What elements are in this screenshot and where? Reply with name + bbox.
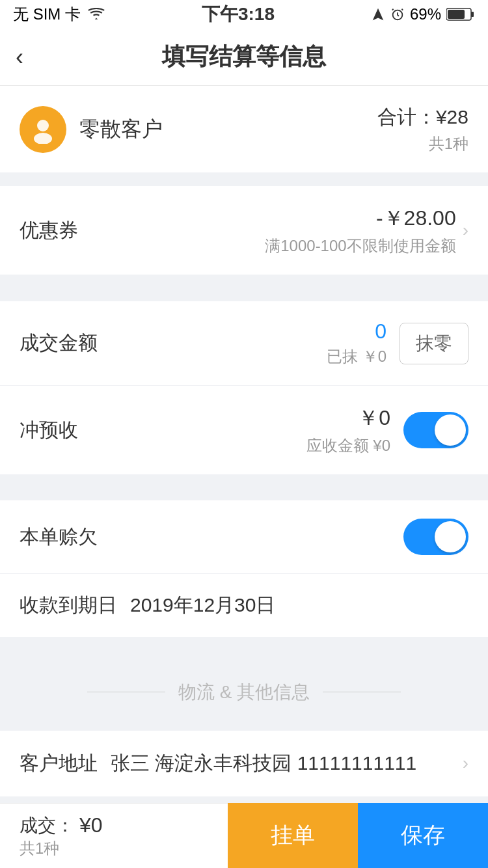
chevron-right-icon: › — [463, 220, 468, 241]
transaction-sub: 已抹 ￥0 — [327, 346, 386, 367]
coupon-label: 优惠券 — [20, 217, 78, 244]
coupon-amount-wrapper: -￥28.00 满1000-100不限制使用金额 — [265, 204, 455, 256]
customer-row: 零散客户 合计：¥28 共1种 — [0, 86, 488, 173]
logistics-label: 物流 & 其他信息 — [87, 680, 401, 705]
location-icon — [371, 7, 385, 21]
footer-count: 共1种 — [20, 838, 208, 859]
footer-amount: ¥0 — [79, 813, 103, 837]
address-label: 客户地址 — [20, 750, 98, 777]
coupon-discount: -￥28.00 — [265, 204, 455, 233]
prepay-row: 冲预收 ￥0 应收金额 ¥0 — [0, 386, 488, 474]
status-right: 69% — [371, 5, 475, 23]
round-button[interactable]: 抹零 — [400, 323, 468, 364]
address-chevron-icon: › — [463, 753, 468, 774]
prepay-amount: ￥0 — [306, 404, 390, 433]
divider-2 — [0, 487, 488, 500]
signal-text: 无 SIM 卡 — [13, 4, 81, 25]
prepay-sub: 应收金额 ¥0 — [306, 435, 390, 456]
customer-total: 合计：¥28 共1种 — [377, 104, 468, 154]
transaction-row: 成交金额 0 已抹 ￥0 抹零 — [0, 301, 488, 386]
prepay-toggle[interactable] — [403, 412, 468, 448]
customer-avatar — [20, 106, 66, 153]
debt-row: 本单赊欠 — [0, 500, 488, 574]
transaction-amount-wrapper: 0 已抹 ￥0 — [327, 319, 386, 367]
divider-1 — [0, 288, 488, 301]
debt-section: 本单赊欠 收款到期日 2019年12月30日 — [0, 500, 488, 637]
prepay-amount-wrapper: ￥0 应收金额 ¥0 — [306, 404, 390, 456]
svg-point-5 — [34, 133, 52, 144]
status-left: 无 SIM 卡 — [13, 4, 105, 25]
footer-label: 成交： — [20, 813, 74, 838]
divider-4 — [0, 718, 488, 731]
due-date-row[interactable]: 收款到期日 2019年12月30日 — [0, 574, 488, 637]
debt-label: 本单赊欠 — [20, 524, 98, 550]
battery-icon — [446, 7, 475, 21]
page-title: 填写结算等信息 — [162, 41, 326, 73]
total-count: 共1种 — [377, 133, 468, 154]
footer-summary: 成交： ¥0 共1种 — [0, 803, 228, 868]
svg-rect-3 — [448, 10, 465, 19]
address-value: 张三 海淀永丰科技园 11111111111 — [111, 750, 463, 777]
prepay-label: 冲预收 — [20, 417, 78, 444]
customer-left: 零散客户 — [20, 106, 163, 153]
save-button[interactable]: 保存 — [358, 803, 488, 868]
nav-bar: ‹ 填写结算等信息 — [0, 29, 488, 86]
transaction-right: 0 已抹 ￥0 抹零 — [327, 319, 468, 367]
debt-toggle[interactable] — [403, 519, 468, 555]
avatar-icon — [29, 115, 57, 144]
customer-name: 零散客户 — [79, 115, 163, 144]
status-bar: 无 SIM 卡 下午3:18 69% — [0, 0, 488, 29]
wifi-icon — [87, 8, 105, 21]
transaction-section: 成交金额 0 已抹 ￥0 抹零 冲预收 ￥0 应收金额 ¥0 — [0, 301, 488, 474]
toggle-circle — [435, 414, 466, 446]
customer-section: 零散客户 合计：¥28 共1种 — [0, 86, 488, 173]
coupon-right: -￥28.00 满1000-100不限制使用金额 › — [265, 204, 468, 256]
due-date-label: 收款到期日 — [20, 592, 117, 619]
coupon-section: 优惠券 -￥28.00 满1000-100不限制使用金额 › — [0, 186, 488, 275]
logistics-section: 物流 & 其他信息 — [0, 663, 488, 718]
footer-summary-top: 成交： ¥0 — [20, 813, 208, 838]
footer: 成交： ¥0 共1种 挂单 保存 — [0, 803, 488, 868]
debt-toggle-circle — [435, 521, 466, 552]
total-amount: 合计：¥28 — [377, 104, 468, 131]
prepay-right: ￥0 应收金额 ¥0 — [306, 404, 468, 456]
svg-point-4 — [37, 120, 49, 131]
pending-button[interactable]: 挂单 — [228, 803, 358, 868]
due-date-value: 2019年12月30日 — [130, 592, 275, 619]
coupon-row[interactable]: 优惠券 -￥28.00 满1000-100不限制使用金额 › — [0, 186, 488, 275]
alarm-icon — [390, 7, 405, 21]
coupon-desc: 满1000-100不限制使用金额 — [265, 236, 455, 256]
transaction-label: 成交金额 — [20, 330, 98, 357]
address-row[interactable]: 客户地址 张三 海淀永丰科技园 11111111111 › — [0, 731, 488, 796]
transaction-amount: 0 — [327, 319, 386, 344]
svg-rect-2 — [471, 12, 474, 17]
battery-text: 69% — [410, 5, 441, 23]
divider-3 — [0, 650, 488, 663]
address-section: 客户地址 张三 海淀永丰科技园 11111111111 › — [0, 731, 488, 796]
back-button[interactable]: ‹ — [16, 44, 23, 71]
status-time: 下午3:18 — [202, 2, 275, 27]
